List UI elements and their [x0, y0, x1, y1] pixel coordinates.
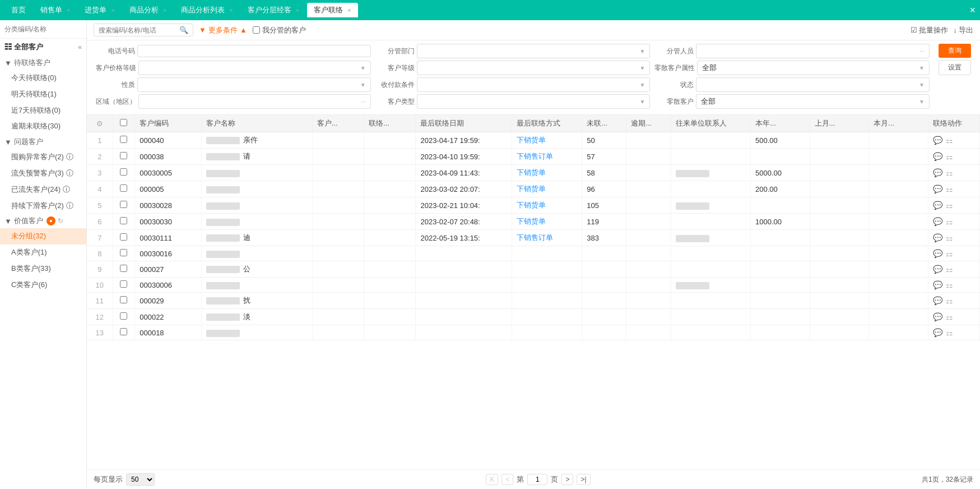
select-all-checkbox[interactable] [120, 119, 127, 126]
filter-search-icon[interactable]: 🔍 [179, 26, 188, 34]
sidebar-item-inactive[interactable]: 持续下滑客户(2) ⓘ [0, 198, 86, 214]
last-method-link[interactable]: 下销货单 [517, 184, 546, 193]
row-check[interactable] [113, 309, 135, 325]
filter-payment-select[interactable]: ▼ [417, 77, 651, 92]
row-check[interactable] [113, 246, 135, 261]
export-button[interactable]: ↓ 导出 [954, 25, 974, 35]
tab-customer-contact-close[interactable]: × [347, 7, 351, 13]
action-more-icon[interactable]: ⚏ [946, 184, 953, 193]
sidebar-item-overdue[interactable]: 逾期未联络(30) [0, 118, 86, 135]
tab-product-analysis-close[interactable]: × [163, 7, 166, 13]
first-page-button[interactable]: K [486, 474, 498, 485]
next-page-button[interactable]: > [561, 474, 573, 485]
sidebar-item-tomorrow[interactable]: 明天待联络(1) [0, 86, 86, 103]
action-chat-icon[interactable]: 💬 [933, 136, 942, 145]
row-check[interactable] [113, 149, 135, 165]
filter-retail-select[interactable]: 全部 ▼ [696, 94, 930, 109]
pending-section-header[interactable]: ▼ 待联络客户 [0, 56, 86, 70]
refresh-icon[interactable]: ↻ [58, 217, 63, 225]
my-customers-check[interactable] [253, 26, 260, 34]
action-more-icon[interactable]: ⚏ [946, 152, 953, 161]
filter-price-level-select[interactable]: ▼ [138, 61, 371, 75]
action-chat-icon[interactable]: 💬 [933, 249, 942, 258]
filter-customer-level-select[interactable]: ▼ [417, 61, 651, 75]
action-chat-icon[interactable]: 💬 [933, 233, 942, 242]
tab-purchase-close[interactable]: × [111, 7, 114, 13]
filter-manager-select[interactable]: ··· [696, 44, 930, 58]
action-more-icon[interactable]: ⚏ [946, 280, 953, 289]
filter-region-select[interactable]: ··· [138, 94, 371, 109]
tab-product-analysis-list-close[interactable]: × [229, 7, 233, 13]
row-check[interactable] [113, 214, 135, 230]
row-check[interactable] [113, 165, 135, 181]
filter-customer-type-select[interactable]: ▼ [417, 94, 651, 109]
query-button[interactable]: 查询 [939, 44, 971, 58]
action-more-icon[interactable]: ⚏ [946, 233, 953, 242]
action-chat-icon[interactable]: 💬 [933, 280, 942, 289]
col-header-gear[interactable]: ⚙ [87, 115, 113, 132]
per-page-select[interactable]: 50 100 200 [126, 473, 155, 486]
sidebar-item-abnormal[interactable]: 囤购异常客户(2) ⓘ [0, 149, 86, 165]
last-method-link[interactable]: 下销货单 [517, 136, 546, 144]
tab-customer-segment-close[interactable]: × [296, 7, 299, 13]
page-number-input[interactable] [527, 474, 547, 485]
action-chat-icon[interactable]: 💬 [933, 201, 942, 210]
filter-phone-input[interactable] [137, 45, 371, 57]
sidebar-search-input[interactable] [4, 25, 87, 33]
last-method-link[interactable]: 下销售订单 [517, 233, 553, 242]
action-more-icon[interactable]: ⚏ [946, 249, 953, 258]
tab-customer-contact[interactable]: 客户联络 × [307, 3, 357, 17]
tab-sales[interactable]: 销售单 × [34, 3, 77, 17]
row-check[interactable] [113, 181, 135, 197]
row-check[interactable] [113, 325, 135, 340]
sidebar-item-classB[interactable]: B类客户(33) [0, 261, 86, 277]
batch-op-button[interactable]: ☑ 批量操作 [911, 25, 948, 35]
sidebar-item-classA[interactable]: A类客户(1) [0, 245, 86, 261]
action-chat-icon[interactable]: 💬 [933, 312, 942, 321]
action-chat-icon[interactable]: 💬 [933, 217, 942, 226]
last-method-link[interactable]: 下销货单 [517, 168, 546, 177]
value-section-header[interactable]: ▼ 价值客户 ● ↻ [0, 214, 86, 228]
tab-purchase[interactable]: 进货单 × [78, 3, 121, 17]
sidebar-item-today[interactable]: 今天待联络(0) [0, 70, 86, 86]
all-customers-header[interactable]: ☷ 全部客户 « [0, 39, 86, 56]
action-more-icon[interactable]: ⚏ [946, 296, 953, 305]
action-more-icon[interactable]: ⚏ [946, 168, 953, 177]
filter-search-input[interactable] [99, 26, 177, 34]
action-more-icon[interactable]: ⚏ [946, 201, 953, 210]
table-gear-icon[interactable]: ⚙ [96, 119, 103, 128]
tab-product-analysis[interactable]: 商品分析 × [123, 3, 173, 17]
problem-section-header[interactable]: ▼ 问题客户 [0, 135, 86, 149]
row-check[interactable] [113, 293, 135, 309]
sidebar-item-lost[interactable]: 已流失客户(24) ⓘ [0, 182, 86, 198]
col-header-check[interactable] [113, 115, 135, 132]
sidebar-item-week[interactable]: 近7天待联络(0) [0, 103, 86, 119]
action-more-icon[interactable]: ⚏ [946, 265, 953, 274]
filter-retail-attr-select[interactable]: 全部 ▼ [697, 61, 930, 75]
last-method-link[interactable]: 下销售订单 [517, 152, 553, 160]
row-check[interactable] [113, 197, 135, 214]
tab-customer-segment[interactable]: 客户分层经客 × [241, 3, 306, 17]
action-more-icon[interactable]: ⚏ [946, 217, 953, 226]
sidebar-collapse-button[interactable]: « [78, 43, 82, 51]
action-more-icon[interactable]: ⚏ [946, 328, 953, 337]
filter-nature-select[interactable]: ▼ [137, 77, 371, 92]
row-check[interactable] [113, 230, 135, 246]
action-chat-icon[interactable]: 💬 [933, 328, 942, 337]
row-check[interactable] [113, 132, 135, 149]
tab-sales-close[interactable]: × [67, 7, 70, 13]
action-more-icon[interactable]: ⚏ [946, 312, 953, 321]
reset-button[interactable]: 设置 [939, 60, 971, 75]
action-chat-icon[interactable]: 💬 [933, 265, 942, 274]
sidebar-item-unclassified[interactable]: 未分组(32) [0, 228, 86, 245]
more-conditions-button[interactable]: ▼ 更多条件 ▲ [199, 25, 247, 35]
sidebar-item-classC[interactable]: C类客户(6) [0, 277, 86, 293]
last-method-link[interactable]: 下销货单 [517, 217, 546, 225]
last-method-link[interactable]: 下销货单 [517, 201, 546, 209]
row-check[interactable] [113, 278, 135, 293]
my-customers-checkbox[interactable]: 我分管的客户 [253, 25, 306, 35]
prev-page-button[interactable]: < [501, 474, 513, 485]
sidebar-item-churn-risk[interactable]: 流失预警客户(3) ⓘ [0, 165, 86, 182]
action-chat-icon[interactable]: 💬 [933, 152, 942, 161]
filter-dept-select[interactable]: ▼ [417, 44, 651, 58]
